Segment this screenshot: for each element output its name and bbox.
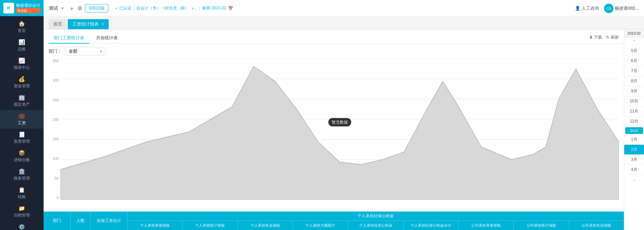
product-tag1: 好会计（专） bbox=[137, 5, 161, 11]
month-11[interactable]: 11月 bbox=[624, 106, 644, 117]
content-area: 部门工资统计表 月份统计表 ⬇ 下载 ↻ 刷新 bbox=[44, 30, 644, 230]
year-2024-label: 2024 bbox=[625, 127, 643, 134]
month-9[interactable]: 9月 bbox=[624, 86, 644, 96]
product-tag2: +好生意（标） bbox=[163, 5, 189, 11]
dropdown-arrow-icon[interactable]: ▾ bbox=[61, 6, 64, 11]
sidebar-item-assets[interactable]: 🏢 固定资产 bbox=[0, 92, 44, 110]
table-header: 部门 人数 应发工资合计 个人承担社保公积金 个人承担养老保险 bbox=[44, 212, 624, 230]
topbar-status: ✓已认证 | 好会计（专） +好生意（标） +... | 账期 2023-02 … bbox=[115, 5, 233, 11]
th-company-medical: 公司承担医疗保险 bbox=[514, 221, 569, 230]
month-2-2024-active[interactable]: 2月 bbox=[624, 145, 644, 155]
date-sidebar: 2023.02 ⌃ 5月 6月 7月 8月 9月 10月 11月 12月 202… bbox=[624, 30, 644, 230]
sidebar-logo: 好 畅捷通好会计 专业版 bbox=[0, 0, 44, 16]
topbar-right: 👤 人工咨询 CE 畅捷通B组... bbox=[575, 4, 639, 13]
reports-icon: 📈 bbox=[18, 57, 25, 64]
dept-select-wrapper[interactable]: 全部 bbox=[65, 47, 105, 55]
th-personal-unemployment: 个人承担失业保险 bbox=[238, 221, 293, 230]
y-label-200: 200 bbox=[53, 118, 59, 122]
dept-select[interactable]: 全部 bbox=[65, 47, 105, 55]
month-12[interactable]: 12月 bbox=[624, 117, 644, 127]
month-3-2024[interactable]: 3月 bbox=[624, 155, 644, 165]
th-dept: 部门 bbox=[44, 212, 70, 230]
y-label-150: 150 bbox=[53, 137, 59, 141]
certified-status: ✓已认证 bbox=[115, 5, 131, 11]
salary-icon: 💼 bbox=[18, 113, 25, 119]
customer-service-button[interactable]: 👤 人工咨询 bbox=[575, 5, 599, 11]
sidebar: 好 畅捷通好会计 专业版 🏠 首页 📊 总账 📈 报表中心 💰 资金管理 🏢 固… bbox=[0, 0, 44, 230]
month-10[interactable]: 10月 bbox=[624, 96, 644, 106]
date-nav-up[interactable]: ⌃ bbox=[624, 37, 644, 46]
th-group-label: 个人承担社保公积金 bbox=[127, 212, 624, 221]
main-wrapper: 测试 ▾ ＋ ⚙ 切到旧版 ✓已认证 | 好会计（专） +好生意（标） +...… bbox=[44, 0, 644, 230]
th-personal-housing: 个人承担住房公积金 bbox=[348, 221, 404, 230]
inventory-icon: 📦 bbox=[18, 150, 25, 156]
service-icon: 👤 bbox=[575, 6, 580, 11]
funds-icon: 💰 bbox=[18, 76, 25, 82]
month-1-2024[interactable]: 1月 bbox=[624, 135, 644, 145]
tab-salary-report[interactable]: 工资统计报表 × bbox=[68, 19, 109, 29]
filter-bar: 部门： 全部 bbox=[44, 44, 624, 59]
user-info-button[interactable]: CE 畅捷通B组... bbox=[604, 4, 639, 13]
date-nav-down[interactable]: ⌄ bbox=[624, 175, 644, 184]
tax-icon: 🏛️ bbox=[18, 168, 25, 175]
month-6[interactable]: 6月 bbox=[624, 56, 644, 66]
sidebar-item-reports[interactable]: 📈 报表中心 bbox=[0, 55, 44, 73]
sidebar-item-settings[interactable]: ⚙️ 设置 bbox=[0, 221, 44, 230]
tabbar: 首页 工资统计报表 × bbox=[44, 17, 644, 30]
download-button[interactable]: ⬇ 下载 bbox=[589, 35, 602, 40]
th-company-unemployment: 公司承担失业保险 bbox=[569, 221, 624, 230]
sidebar-item-ledger[interactable]: 📊 总账 bbox=[0, 36, 44, 55]
product-tag3: +... bbox=[191, 6, 197, 11]
chart-area: 350 300 250 200 150 100 50 0 bbox=[44, 59, 624, 230]
main-content: 部门工资统计表 月份统计表 ⬇ 下载 ↻ 刷新 bbox=[44, 30, 624, 230]
tab-close-button[interactable]: × bbox=[102, 22, 104, 27]
calendar-icon[interactable]: 📅 bbox=[228, 6, 233, 11]
download-icon: ⬇ bbox=[589, 35, 593, 40]
sub-tab-dept[interactable]: 部门工资统计表 bbox=[49, 33, 89, 44]
archive-icon: 📁 bbox=[18, 205, 25, 212]
month-7[interactable]: 7月 bbox=[624, 66, 644, 76]
topbar-title: 测试 bbox=[49, 5, 58, 11]
current-date-label: 2023.02 bbox=[624, 30, 644, 37]
sidebar-item-close[interactable]: 📋 结账 bbox=[0, 184, 44, 202]
y-axis: 350 300 250 200 150 100 50 0 bbox=[49, 59, 60, 200]
th-group-personal: 个人承担社保公积金 个人承担养老保险 个人承担医疗保险 个人承担失业保险 bbox=[127, 212, 624, 230]
sub-tabs-actions: ⬇ 下载 ↻ 刷新 bbox=[589, 35, 619, 42]
gear-button[interactable]: ⚙ bbox=[77, 5, 82, 11]
assets-icon: 🏢 bbox=[18, 94, 25, 101]
sidebar-item-salary[interactable]: 💼 工资 bbox=[0, 110, 44, 129]
refresh-button[interactable]: ↻ 刷新 bbox=[606, 35, 619, 40]
sidebar-item-archive[interactable]: 📁 归档管理 bbox=[0, 202, 44, 221]
home-icon: 🏠 bbox=[18, 20, 25, 27]
sub-tabs: 部门工资统计表 月份统计表 ⬇ 下载 ↻ 刷新 bbox=[44, 30, 624, 44]
y-label-250: 250 bbox=[53, 98, 59, 102]
topbar: 测试 ▾ ＋ ⚙ 切到旧版 ✓已认证 | 好会计（专） +好生意（标） +...… bbox=[44, 0, 644, 17]
logo-text: 畅捷通好会计 专业版 bbox=[16, 3, 40, 13]
invoice-icon: 🧾 bbox=[18, 131, 25, 138]
month-5[interactable]: 5月 bbox=[624, 46, 644, 56]
th-group-cells: 个人承担养老保险 个人承担医疗保险 个人承担失业保险 个人承担大额医疗 bbox=[127, 221, 624, 230]
sidebar-item-inventory[interactable]: 📦 进销台账 bbox=[0, 147, 44, 166]
th-company-pension: 公司承担养老保险 bbox=[459, 221, 514, 230]
period-label: 账期 2023-02 bbox=[202, 5, 226, 11]
sidebar-item-tax[interactable]: 🏛️ 税务管理 bbox=[0, 166, 44, 184]
th-personal-medical: 个人承担医疗保险 bbox=[183, 221, 238, 230]
logo-icon: 好 bbox=[3, 3, 14, 13]
y-label-0: 0 bbox=[57, 196, 59, 200]
sidebar-item-funds[interactable]: 💰 资金管理 bbox=[0, 73, 44, 92]
y-label-300: 300 bbox=[53, 78, 59, 82]
dept-filter-label: 部门： bbox=[49, 48, 62, 54]
switch-view-button[interactable]: 切到旧版 bbox=[85, 4, 108, 12]
sidebar-item-invoice[interactable]: 🧾 发票管理 bbox=[0, 129, 44, 147]
tab-home[interactable]: 首页 bbox=[49, 19, 67, 29]
add-button[interactable]: ＋ bbox=[69, 4, 75, 12]
month-8[interactable]: 8月 bbox=[624, 76, 644, 86]
y-label-350: 350 bbox=[53, 59, 59, 63]
th-personal-total: 个人承担社保公积金合计 bbox=[404, 221, 459, 230]
sub-tab-month[interactable]: 月份统计表 bbox=[91, 33, 123, 44]
sidebar-item-home[interactable]: 🏠 首页 bbox=[0, 18, 44, 36]
th-salary: 应发工资合计 bbox=[91, 212, 127, 230]
settings-icon: ⚙️ bbox=[18, 224, 25, 230]
avatar: CE bbox=[604, 4, 613, 13]
month-4-2024[interactable]: 4月 bbox=[624, 165, 644, 175]
